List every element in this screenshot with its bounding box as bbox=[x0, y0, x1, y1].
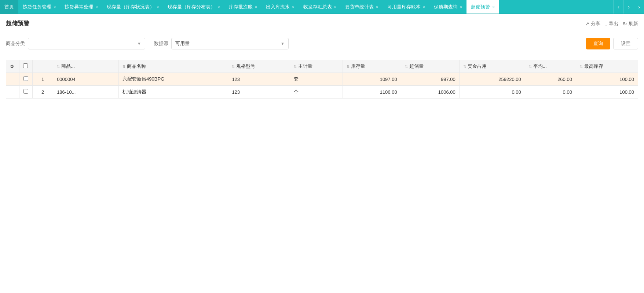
col-over-label: 超储量 bbox=[409, 63, 424, 70]
col-unit-label: 主计量 bbox=[298, 63, 312, 70]
nav-inventory-dist[interactable]: 现存量（库存分布表） × bbox=[163, 0, 224, 14]
overstock-table: ⚙ ⇅ 商品... ⇅ 商品名 bbox=[6, 60, 638, 99]
page-title: 超储预警 bbox=[6, 20, 29, 27]
share-icon: ↗ bbox=[585, 21, 589, 27]
nav-task-mgmt-close[interactable]: × bbox=[54, 5, 56, 9]
nav-abnormal-close[interactable]: × bbox=[95, 5, 98, 9]
sort-name-icon[interactable]: ⇅ bbox=[122, 64, 125, 68]
row2-name: 机油滤清器 bbox=[119, 86, 228, 99]
row2-code: 186-10... bbox=[53, 86, 119, 99]
query-button[interactable]: 查询 bbox=[586, 38, 610, 49]
page-header: 超储预警 ↗ 分享 ↓ 导出 ↻ 刷新 bbox=[6, 20, 638, 27]
settings-button[interactable]: 设置 bbox=[613, 38, 638, 49]
nav-inventory-dist-close[interactable]: × bbox=[217, 5, 220, 9]
nav-task-mgmt[interactable]: 拣货任务管理 × bbox=[18, 0, 60, 14]
row2-num: 2 bbox=[33, 86, 53, 99]
datasource-filter: 数据源 可用量 ▼ bbox=[154, 38, 289, 49]
nav-batch-account-label: 库存批次账 bbox=[229, 4, 253, 10]
nav-task-mgmt-label: 拣货任务管理 bbox=[23, 4, 51, 10]
nav-abnormal[interactable]: 拣货异常处理 × bbox=[60, 0, 102, 14]
nav-collect-send[interactable]: 收发存汇总表 × bbox=[299, 0, 341, 14]
col-spec: ⇅ 规格型号 bbox=[228, 60, 290, 73]
row1-gear bbox=[6, 73, 19, 86]
refresh-button[interactable]: ↻ 刷新 bbox=[623, 21, 638, 27]
sort-spec-icon[interactable]: ⇅ bbox=[232, 64, 235, 68]
nav-overstock-warning[interactable]: 超储预警 × bbox=[466, 0, 499, 14]
col-gear: ⚙ bbox=[6, 60, 19, 73]
sort-unit-icon[interactable]: ⇅ bbox=[294, 64, 297, 68]
nav-arrows: ‹ › › bbox=[613, 0, 644, 14]
sort-code-icon[interactable]: ⇅ bbox=[57, 64, 60, 68]
col-avg: ⇅ 平均... bbox=[525, 60, 576, 73]
row1-capital: 259220.00 bbox=[459, 73, 525, 86]
gear-icon[interactable]: ⚙ bbox=[10, 64, 14, 69]
col-capital-label: 资金占用 bbox=[468, 63, 487, 70]
nav-more-button[interactable]: › bbox=[634, 0, 644, 14]
top-navigation: 首页 拣货任务管理 × 拣货异常处理 × 现存量（库存状况表） × 现存量（库存… bbox=[0, 0, 644, 14]
nav-quality-check-close[interactable]: × bbox=[460, 5, 462, 9]
col-maxstock: ⇅ 最高库存 bbox=[576, 60, 638, 73]
sort-maxstock-icon[interactable]: ⇅ bbox=[580, 64, 583, 68]
row2-spec: 123 bbox=[228, 86, 290, 99]
sort-avg-icon[interactable]: ⇅ bbox=[529, 64, 532, 68]
nav-next-button[interactable]: › bbox=[623, 0, 634, 14]
nav-inventory-dist-label: 现存量（库存分布表） bbox=[168, 4, 215, 10]
row1-maxstock: 100.00 bbox=[576, 73, 638, 86]
row1-avg: 260.00 bbox=[525, 73, 576, 86]
export-icon: ↓ bbox=[605, 21, 607, 27]
filter-bar: 商品分类 ▼ 数据源 可用量 ▼ 查询 设置 bbox=[6, 33, 638, 54]
nav-available-stock[interactable]: 可用量库存账本 × bbox=[383, 0, 429, 14]
nav-in-out-flow-close[interactable]: × bbox=[292, 5, 294, 9]
nav-abnormal-label: 拣货异常处理 bbox=[65, 4, 93, 10]
export-button[interactable]: ↓ 导出 bbox=[605, 21, 618, 27]
refresh-icon: ↻ bbox=[623, 21, 627, 27]
nav-collect-send-label: 收发存汇总表 bbox=[303, 4, 332, 10]
col-capital: ⇅ 资金占用 bbox=[459, 60, 525, 73]
table-row: 1 0000004 六配套新昌490BPG 123 套 1097.00 997.… bbox=[6, 73, 638, 86]
nav-batch-account[interactable]: 库存批次账 × bbox=[224, 0, 261, 14]
filter-action-buttons: 查询 设置 bbox=[586, 38, 638, 49]
row1-name: 六配套新昌490BPG bbox=[119, 73, 228, 86]
row2-over: 1006.00 bbox=[401, 86, 459, 99]
nav-prev-button[interactable]: ‹ bbox=[613, 0, 623, 14]
nav-inventory-status-close[interactable]: × bbox=[157, 5, 159, 9]
nav-available-stock-label: 可用量库存账本 bbox=[387, 4, 421, 10]
nav-in-out-flow[interactable]: 出入库流水 × bbox=[261, 0, 299, 14]
sort-over-icon[interactable]: ⇅ bbox=[405, 64, 408, 68]
sort-stock-icon[interactable]: ⇅ bbox=[347, 64, 350, 68]
nav-quality-check-label: 保质期查询 bbox=[434, 4, 458, 10]
category-select[interactable]: ▼ bbox=[28, 38, 145, 49]
nav-batch-account-close[interactable]: × bbox=[255, 5, 257, 9]
datasource-label: 数据源 bbox=[154, 40, 168, 47]
row2-checkbox[interactable] bbox=[23, 89, 28, 94]
row1-over: 997.00 bbox=[401, 73, 459, 86]
nav-order-stats[interactable]: 要货单统计表 × bbox=[341, 0, 383, 14]
row1-code: 0000004 bbox=[53, 73, 119, 86]
nav-order-stats-close[interactable]: × bbox=[376, 5, 378, 9]
export-label: 导出 bbox=[609, 21, 618, 27]
col-name-label: 商品名称 bbox=[127, 63, 146, 70]
row2-check bbox=[19, 86, 33, 99]
datasource-dropdown-icon: ▼ bbox=[281, 41, 285, 46]
row2-stock: 1106.00 bbox=[343, 86, 401, 99]
nav-overstock-warning-close[interactable]: × bbox=[492, 5, 494, 9]
nav-available-stock-close[interactable]: × bbox=[423, 5, 425, 9]
nav-in-out-flow-label: 出入库流水 bbox=[266, 4, 290, 10]
refresh-label: 刷新 bbox=[629, 21, 638, 27]
col-check bbox=[19, 60, 33, 73]
row1-checkbox[interactable] bbox=[23, 76, 28, 81]
nav-quality-check[interactable]: 保质期查询 × bbox=[429, 0, 466, 14]
datasource-value: 可用量 bbox=[175, 40, 190, 47]
col-num bbox=[33, 60, 53, 73]
col-stock-label: 库存量 bbox=[351, 63, 365, 70]
nav-home[interactable]: 首页 bbox=[0, 0, 18, 14]
nav-collect-send-close[interactable]: × bbox=[334, 5, 336, 9]
select-all-checkbox[interactable] bbox=[23, 63, 28, 68]
share-button[interactable]: ↗ 分享 bbox=[585, 21, 600, 27]
datasource-select[interactable]: 可用量 ▼ bbox=[171, 38, 289, 49]
sort-capital-icon[interactable]: ⇅ bbox=[463, 64, 466, 68]
row2-capital: 0.00 bbox=[459, 86, 525, 99]
table-container: ⚙ ⇅ 商品... ⇅ 商品名 bbox=[6, 60, 638, 99]
nav-inventory-status[interactable]: 现存量（库存状况表） × bbox=[102, 0, 163, 14]
row2-unit: 个 bbox=[290, 86, 343, 99]
